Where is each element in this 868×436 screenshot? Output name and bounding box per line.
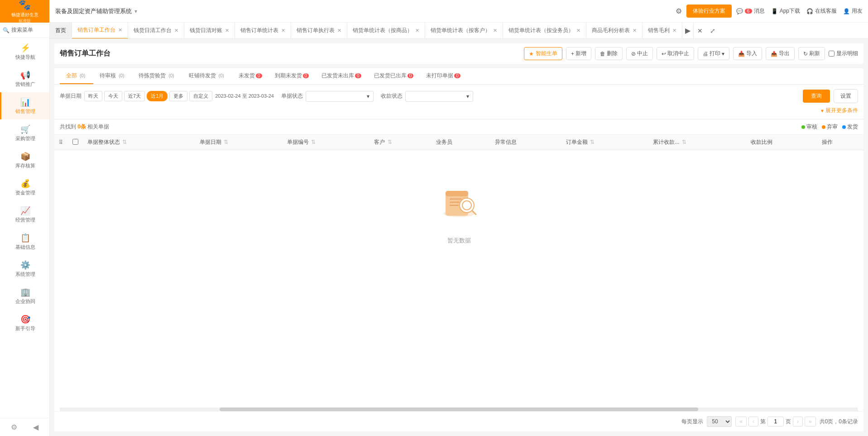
system-dropdown-icon[interactable]: ▾ <box>134 8 137 14</box>
th-abnormal[interactable]: 异常信息 <box>490 135 561 150</box>
tab-close-icon[interactable]: ✕ <box>337 28 341 33</box>
sidebar-item-purchase[interactable]: 🛒 采购管理 <box>0 119 49 147</box>
tab-margin-analysis[interactable]: 商品毛利分析表 ✕ <box>586 23 643 39</box>
smart-create-button[interactable]: ★ 智能生单 <box>524 47 562 60</box>
app-download-item[interactable]: 📱 App下载 <box>771 7 800 15</box>
th-amount[interactable]: 订单金额 ⇅ <box>561 135 649 150</box>
date-1month-btn[interactable]: 近1月 <box>147 91 168 101</box>
tab-close-icon[interactable]: ✕ <box>633 28 637 33</box>
last-page-button[interactable]: » <box>805 417 816 427</box>
tab-sales-staff[interactable]: 销货单统计表（按业务员） ✕ <box>503 23 586 39</box>
th-salesperson[interactable]: 业务员 <box>432 135 490 150</box>
date-custom-btn[interactable]: 自定义 <box>189 91 212 101</box>
tab-sales-exec[interactable]: 销售订单执行表 ✕ <box>291 23 347 39</box>
tab-cash-reconcile[interactable]: 钱货日清对账 ✕ <box>184 23 235 39</box>
next-page-button[interactable]: › <box>793 417 803 427</box>
tab-close-icon[interactable]: ✕ <box>576 28 580 33</box>
per-page-select[interactable]: 50 10 20 100 <box>707 416 732 427</box>
tab-home[interactable]: 首页 <box>50 23 72 39</box>
tab-maximize-btn[interactable]: ⤢ <box>706 23 719 39</box>
delete-button[interactable]: 🗑 删除 <box>595 47 623 60</box>
th-number[interactable]: 单据编号 ⇅ <box>283 135 370 150</box>
date-more-btn[interactable]: 更多 <box>169 91 187 101</box>
expand-conditions-btn[interactable]: ▾ 展开更多条件 <box>821 107 858 114</box>
status-select[interactable]: ▾ <box>306 91 374 102</box>
refresh-button[interactable]: ↻ 刷新 <box>798 47 825 60</box>
sidebar-search[interactable]: 🔍 搜索菜单 <box>0 23 49 38</box>
sidebar-item-quick-nav[interactable]: ⚡ 快捷导航 <box>0 38 49 65</box>
cancel-stop-button[interactable]: ↩ 取消中止 <box>657 47 694 60</box>
filter-tab-wangpu[interactable]: 旺铺待发货(0) <box>182 68 232 84</box>
tab-sales-product[interactable]: 销货单统计表（按商品） ✕ <box>347 23 425 39</box>
filter-tab-overdue[interactable]: 到期未发货0 <box>269 68 316 84</box>
date-7days-btn[interactable]: 近7天 <box>124 91 145 101</box>
delete-icon: 🗑 <box>600 51 605 57</box>
filter-tab-delivered-stocked[interactable]: 已发货已出库0 <box>368 68 420 84</box>
empty-icon <box>436 177 482 231</box>
tab-close-all-btn[interactable]: ✕ <box>694 23 706 39</box>
tab-sales-stat[interactable]: 销售订单统计表 ✕ <box>235 23 291 39</box>
tab-close-icon[interactable]: ✕ <box>672 28 676 33</box>
tab-close-icon[interactable]: ✕ <box>281 28 285 33</box>
first-page-button[interactable]: « <box>735 417 747 427</box>
settings-icon[interactable]: ⚙ <box>11 423 17 431</box>
message-item[interactable]: 💬 6 消息 <box>736 7 765 15</box>
filter-tab-all[interactable]: 全部(0) <box>60 68 93 84</box>
tab-cash-daily[interactable]: 钱货日清工作台 ✕ <box>128 23 184 39</box>
tab-close-icon[interactable]: ✕ <box>225 28 229 33</box>
show-detail-label[interactable]: 显示明细 <box>829 50 858 57</box>
filter-tab-pending-review[interactable]: 待审核(0) <box>93 68 132 84</box>
user-item[interactable]: 👤 用友 <box>843 7 863 15</box>
sidebar-item-finance[interactable]: 💰 资金管理 <box>0 174 49 201</box>
filter-tab-unprinted[interactable]: 未打印单据0 <box>420 68 467 84</box>
show-detail-checkbox[interactable] <box>829 51 834 57</box>
add-button[interactable]: + 新增 <box>566 47 591 60</box>
topbar-settings-icon[interactable]: ⚙ <box>676 7 682 15</box>
revoke-action-btn[interactable]: 弃审 <box>822 123 838 131</box>
set-button[interactable]: 设置 <box>834 89 858 103</box>
review-action-btn[interactable]: 审核 <box>801 123 817 131</box>
export-button[interactable]: 📤 导出 <box>766 47 795 60</box>
filter-tab-undelivered[interactable]: 未发货0 <box>232 68 269 84</box>
collapse-icon[interactable]: ◀ <box>33 423 38 431</box>
sidebar-item-enterprise[interactable]: 🏢 企业协同 <box>0 282 49 309</box>
import-button[interactable]: 📥 导入 <box>733 47 762 60</box>
th-received[interactable]: 累计收款... ⇅ <box>648 135 746 150</box>
table-scroll[interactable]: ⠿ 单据整体状态 ⇅ 单据日期 ⇅ 单据编号 <box>54 135 863 408</box>
th-status[interactable]: 单据整体状态 ⇅ <box>83 135 195 150</box>
sidebar-item-newbie[interactable]: 🎯 新手引导 <box>0 309 49 336</box>
date-yesterday-btn[interactable]: 昨天 <box>84 91 102 101</box>
sidebar-item-marketing[interactable]: 📢 营销推广 <box>0 65 49 92</box>
sidebar-item-sales[interactable]: 📊 销售管理 <box>0 92 49 119</box>
sidebar-item-inventory[interactable]: 📦 库存核算 <box>0 147 49 174</box>
horizontal-scrollbar[interactable] <box>60 408 858 411</box>
sidebar-item-system[interactable]: ⚙️ 系统管理 <box>0 255 49 282</box>
tabs-scroll-right-btn[interactable]: ▶ <box>682 23 694 39</box>
th-ratio[interactable]: 收款比例 <box>746 135 817 150</box>
filter-tab-delivered-unstocked[interactable]: 已发货未出库0 <box>315 68 368 84</box>
select-all-checkbox[interactable] <box>72 139 78 145</box>
payment-select[interactable]: ▾ <box>405 91 473 102</box>
date-today-btn[interactable]: 今天 <box>104 91 122 101</box>
tab-sales-profit[interactable]: 销售毛利 ✕ <box>643 23 682 39</box>
tab-close-icon[interactable]: ✕ <box>493 28 497 33</box>
print-button[interactable]: 🖨 打印 ▾ <box>698 47 729 60</box>
filter-tab-pending-inspect[interactable]: 待拣货验货(0) <box>132 68 182 84</box>
stop-button[interactable]: ⊘ 中止 <box>626 47 653 60</box>
th-date[interactable]: 单据日期 ⇅ <box>195 135 283 150</box>
online-service-item[interactable]: 🎧 在线客服 <box>806 7 837 15</box>
prev-page-button[interactable]: ‹ <box>748 417 758 427</box>
tab-close-icon[interactable]: ✕ <box>174 28 178 33</box>
sidebar-item-operations[interactable]: 📈 经营管理 <box>0 201 49 228</box>
query-button[interactable]: 查询 <box>803 90 830 103</box>
sidebar-item-base-info[interactable]: 📋 基础信息 <box>0 228 49 255</box>
tab-close-icon[interactable]: ✕ <box>415 28 419 33</box>
th-customer[interactable]: 客户 ⇅ <box>369 135 432 150</box>
tab-sales-customer[interactable]: 销货单统计表（按客户） ✕ <box>425 23 503 39</box>
solution-button[interactable]: 体验行业方案 <box>686 5 732 18</box>
page-number-input[interactable] <box>767 417 784 427</box>
deliver-action-btn[interactable]: 发货 <box>842 123 858 131</box>
th-check[interactable] <box>68 135 83 150</box>
tab-close-icon[interactable]: ✕ <box>118 27 122 33</box>
tab-sales-workbench[interactable]: 销售订单工作台 ✕ <box>72 23 128 39</box>
